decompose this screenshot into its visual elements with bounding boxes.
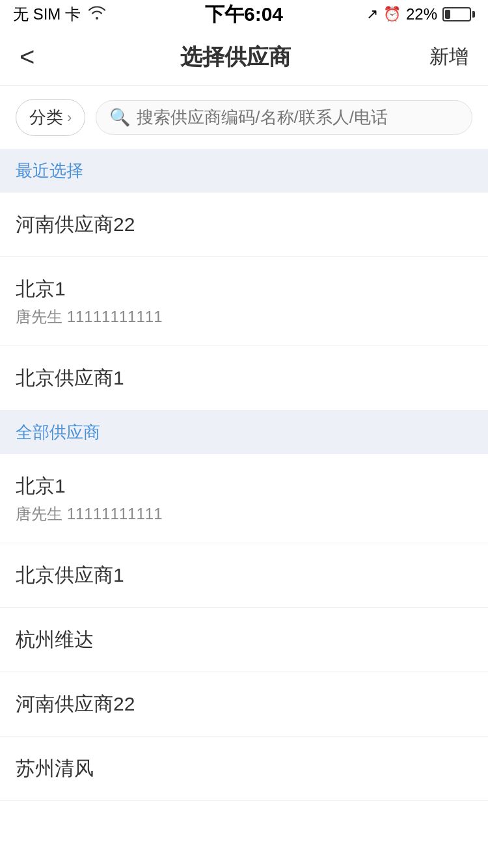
add-button[interactable]: 新增: [429, 44, 468, 70]
carrier-label: 无 SIM 卡: [13, 4, 81, 25]
search-icon: 🔍: [109, 107, 130, 128]
battery-percent: 22%: [406, 5, 437, 23]
list-item[interactable]: 河南供应商22: [0, 672, 488, 737]
section-header-all: 全部供应商: [0, 411, 488, 454]
list-item[interactable]: 杭州维达: [0, 608, 488, 672]
item-name: 北京供应商1: [16, 364, 472, 392]
category-label: 分类: [29, 106, 63, 129]
section-header-recent: 最近选择: [0, 149, 488, 193]
item-sub: 唐先生 11111111111: [16, 504, 472, 524]
wifi-icon: [87, 5, 107, 23]
item-name: 苏州清风: [16, 755, 472, 782]
page-title: 选择供应商: [180, 42, 291, 72]
item-name: 北京供应商1: [16, 562, 472, 589]
battery-icon: [442, 7, 475, 21]
list-item[interactable]: 苏州清风: [0, 737, 488, 801]
item-name: 北京1: [16, 472, 472, 500]
status-bar: 无 SIM 卡 下午6:04 ↗ ⏰ 22%: [0, 0, 488, 29]
supplier-list: 最近选择河南供应商22北京1唐先生 11111111111北京供应商1全部供应商…: [0, 149, 488, 801]
item-name: 杭州维达: [16, 626, 472, 653]
list-item[interactable]: 北京1唐先生 11111111111: [0, 454, 488, 543]
list-item[interactable]: 北京供应商1: [0, 543, 488, 608]
status-left: 无 SIM 卡: [13, 4, 107, 25]
list-item[interactable]: 北京供应商1: [0, 346, 488, 411]
item-name: 河南供应商22: [16, 690, 472, 718]
location-icon: ↗: [366, 6, 378, 23]
item-name: 北京1: [16, 275, 472, 303]
list-item[interactable]: 北京1唐先生 11111111111: [0, 257, 488, 346]
search-box: 🔍: [96, 100, 472, 135]
search-input[interactable]: [137, 107, 459, 128]
item-sub: 唐先生 11111111111: [16, 306, 472, 327]
alarm-icon: ⏰: [383, 6, 401, 23]
list-item[interactable]: 河南供应商22: [0, 193, 488, 257]
item-name: 河南供应商22: [16, 211, 472, 238]
back-button[interactable]: <: [13, 36, 41, 78]
status-time: 下午6:04: [205, 1, 283, 28]
nav-bar: < 选择供应商 新增: [0, 29, 488, 86]
category-button[interactable]: 分类 ›: [16, 99, 85, 136]
status-right: ↗ ⏰ 22%: [366, 5, 475, 23]
filter-bar: 分类 › 🔍: [0, 86, 488, 149]
chevron-right-icon: ›: [67, 109, 72, 126]
